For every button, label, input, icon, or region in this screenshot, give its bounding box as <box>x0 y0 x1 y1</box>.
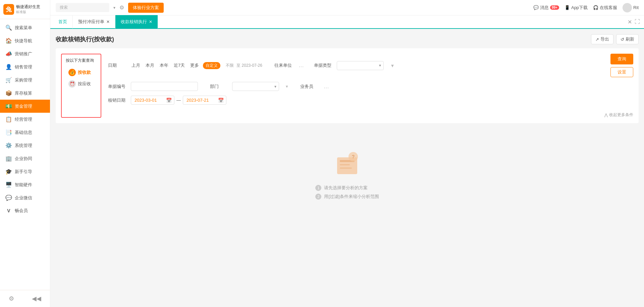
shortcut-more[interactable]: 更多 <box>189 62 200 69</box>
setting-button[interactable]: 设置 <box>610 67 633 77</box>
bill-type-dots[interactable]: ▾ <box>390 62 395 69</box>
topbar-right: 💬 消息 99+ 📱 App下载 🎧 在线客服 Rit <box>533 3 639 12</box>
sidebar-label-search: 搜索菜单 <box>15 25 32 31</box>
topbar-chevron-icon[interactable]: ▾ <box>113 5 115 10</box>
filter-fields: 日期 上月 本月 本年 近7天 更多 自定义 不限 至 2023-07-26 往… <box>108 54 633 118</box>
user-area[interactable]: Rit <box>623 3 639 12</box>
sidebar-item-sales[interactable]: 👤 销售管理 <box>0 60 50 73</box>
svg-rect-2 <box>340 164 350 165</box>
message-badge: 99+ <box>550 5 559 10</box>
shortcut-last-month[interactable]: 上月 <box>130 62 142 69</box>
shortcut-7days[interactable]: 近7天 <box>172 62 186 69</box>
sidebar-label-business: 经营管理 <box>15 116 32 122</box>
query-button[interactable]: 查询 <box>610 54 633 64</box>
filter-row-2: 单据编号 部门 ▾ 业务员 … <box>108 82 633 91</box>
filter-option-receivable-label: 按应收 <box>78 81 91 87</box>
bill-type-select-wrap <box>337 61 384 70</box>
message-label: 消息 <box>540 5 549 11</box>
sidebar-bottom: ⚙ ◀◀ <box>0 290 50 307</box>
settings-bottom-icon[interactable]: ⚙ <box>7 293 16 304</box>
sidebar-item-inventory[interactable]: 📦 库存核算 <box>0 87 50 100</box>
export-button[interactable]: ↗ 导出 <box>591 34 613 44</box>
app-download-btn[interactable]: 📱 App下载 <box>565 5 588 11</box>
system-icon: ⚙️ <box>5 142 12 149</box>
topbar-gear-icon[interactable]: ⚙ <box>119 4 124 11</box>
sidebar-item-collab[interactable]: 🏢 企业协同 <box>0 152 50 165</box>
dept-select[interactable] <box>232 82 279 91</box>
sidebar-item-purchase[interactable]: 🛒 采购管理 <box>0 73 50 87</box>
sidebar-label-marketing: 营销推广 <box>15 51 32 57</box>
app-name: 畅捷通好生意 <box>16 4 40 10</box>
sidebar-item-basic[interactable]: 📑 基础信息 <box>0 126 50 139</box>
industry-btn[interactable]: 体验行业方案 <box>128 3 164 13</box>
sidebar-item-hardware[interactable]: 🖥️ 智能硬件 <box>0 178 50 191</box>
dept-chevron-icon: ▾ <box>286 84 288 89</box>
app-logo-icon: 兔 <box>3 4 14 15</box>
collapse-btn[interactable]: ⋀ 收起更多条件 <box>604 112 633 118</box>
sidebar-item-marketing[interactable]: 📣 营销推广 <box>0 47 50 60</box>
filter-actions: 查询 设置 <box>610 54 633 77</box>
tab-prepay[interactable]: 预付冲应付单 ✕ <box>73 15 115 29</box>
empty-tip-1: 1 请先选择要分析的方案 <box>315 185 379 191</box>
sidebar-item-business[interactable]: 📋 经营管理 <box>0 113 50 126</box>
tab-prepay-close[interactable]: ✕ <box>106 19 110 24</box>
tip-num-1: 1 <box>315 185 321 191</box>
shortcut-custom[interactable]: 自定义 <box>203 62 220 69</box>
writeoff-date-start-wrap: 📅 <box>131 96 174 105</box>
sidebar-item-wechat[interactable]: 💬 企业微信 <box>0 191 50 204</box>
headset-icon: 🎧 <box>593 5 598 10</box>
collapse-label: 收起更多条件 <box>609 112 633 118</box>
writeoff-date-end-input[interactable] <box>183 96 226 105</box>
filter-option-by-receivable[interactable]: ⏰ 按应收 <box>66 78 97 90</box>
tab-home[interactable]: 首页 <box>53 15 73 29</box>
sidebar-label-system: 系统管理 <box>15 143 32 149</box>
app-version: 标准版 <box>16 10 40 14</box>
sidebar-label-shortcut: 快捷导航 <box>15 38 32 44</box>
online-service-btn[interactable]: 🎧 在线客服 <box>593 5 617 11</box>
sidebar-label-inventory: 库存核算 <box>15 90 32 96</box>
shortcut-this-year[interactable]: 本年 <box>158 62 170 69</box>
topbar-search[interactable]: 搜索 <box>56 3 109 12</box>
collapse-icon: ⋀ <box>604 113 608 117</box>
member-icon: V <box>5 208 12 213</box>
inventory-icon: 📦 <box>5 90 12 96</box>
bill-no-label: 单据编号 <box>108 84 125 90</box>
sidebar-item-search[interactable]: 🔍 搜索菜单 <box>0 21 50 34</box>
marketing-icon: 📣 <box>5 51 12 57</box>
sidebar-item-shortcut[interactable]: 🏠 快捷导航 <box>0 34 50 47</box>
shortcut-this-month[interactable]: 本月 <box>144 62 156 69</box>
filter-scheme-panel: 按以下方案查询 💰 按收款 ⏰ 按应收 <box>61 54 101 118</box>
home-icon: 🏠 <box>5 38 12 44</box>
bill-no-input[interactable] <box>131 82 198 91</box>
refresh-button[interactable]: ↺ 刷新 <box>616 34 639 44</box>
tab-close-all-icon[interactable]: ✕ <box>628 19 632 25</box>
tab-receivable-close[interactable]: ✕ <box>149 19 152 24</box>
page-title: 收款核销执行(按收款) <box>56 35 114 43</box>
bill-type-select[interactable] <box>337 61 384 70</box>
partner-dots-btn[interactable]: … <box>297 62 305 68</box>
sidebar-label-sales: 销售管理 <box>15 64 32 70</box>
writeoff-date-start-input[interactable] <box>131 96 174 105</box>
staff-dots-btn[interactable]: … <box>322 84 330 90</box>
filter-section-title: 按以下方案查询 <box>66 58 97 63</box>
tab-prepay-label: 预付冲应付单 <box>78 19 104 25</box>
collapse-sidebar-icon[interactable]: ◀◀ <box>30 293 43 304</box>
filter-option-by-receipt[interactable]: 💰 按收款 <box>66 67 97 78</box>
sidebar-item-finance[interactable]: 💵 资金管理 <box>0 100 50 113</box>
sidebar-label-hardware: 智能硬件 <box>15 182 32 188</box>
sidebar-item-guide[interactable]: 🎓 新手引导 <box>0 165 50 178</box>
sidebar-item-system[interactable]: ⚙️ 系统管理 <box>0 139 50 152</box>
writeoff-date-label: 核销日期 <box>108 97 125 103</box>
tip-text-1: 请先选择要分析的方案 <box>324 185 368 191</box>
receipt-option-icon: 💰 <box>68 69 76 76</box>
tab-receivable[interactable]: 收款核销执行 ✕ <box>115 15 158 29</box>
partner-label: 往来单位 <box>274 62 292 68</box>
sidebar-label-collab: 企业协同 <box>15 156 32 162</box>
tab-home-label: 首页 <box>58 19 67 25</box>
wechat-icon: 💬 <box>5 195 12 201</box>
message-btn[interactable]: 💬 消息 99+ <box>533 5 559 11</box>
sidebar-item-member[interactable]: V 畅会员 <box>0 204 50 217</box>
tip-num-2: 2 <box>315 194 321 200</box>
tab-expand-icon[interactable]: ⛶ <box>635 19 640 25</box>
basic-icon: 📑 <box>5 129 12 136</box>
